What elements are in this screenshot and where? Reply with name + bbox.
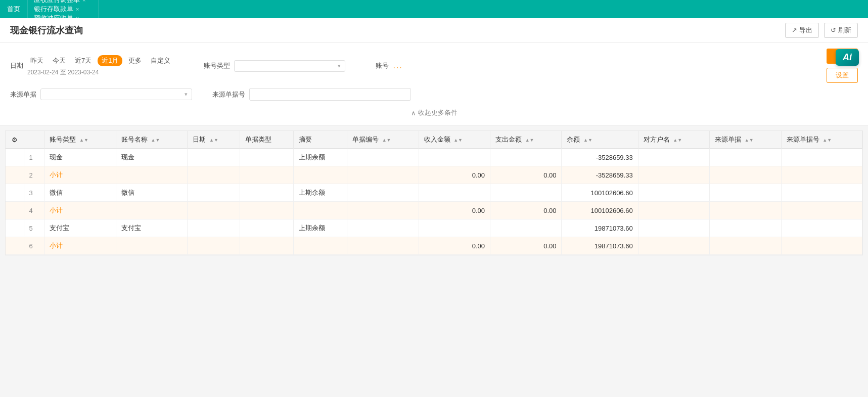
cell-expenseAmount: 0.00 xyxy=(490,202,562,219)
refresh-icon: ↺ xyxy=(831,26,836,34)
date-shortcuts: 昨天今天近7天近1月更多自定义 2023-02-24 至 2023-03-24 xyxy=(27,55,173,77)
cell-expenseAmount xyxy=(490,149,562,166)
col-source-doc[interactable]: 来源单据 ▲▼ xyxy=(710,131,781,149)
source-doc-num-label: 来源单据号 xyxy=(212,90,245,99)
date-shortcut-近7天[interactable]: 近7天 xyxy=(72,55,95,66)
cell-docNo xyxy=(347,219,419,237)
export-icon: ↗ xyxy=(792,26,797,34)
col-expense-amount[interactable]: 支出金额 ▲▼ xyxy=(490,131,562,149)
col-doc-no[interactable]: 单据编号 ▲▼ xyxy=(347,131,419,149)
source-doc-chevron-icon: ▾ xyxy=(185,91,188,98)
cell-accountType: 小计 xyxy=(44,202,116,219)
refresh-button[interactable]: ↺ 刷新 xyxy=(824,23,858,38)
date-range: 2023-02-24 至 2023-03-24 xyxy=(27,68,173,77)
cell-docNo xyxy=(347,202,419,219)
cell-incomeAmount: 0.00 xyxy=(419,237,490,255)
date-shortcut-近1月[interactable]: 近1月 xyxy=(98,55,122,66)
table-row: 4小计0.000.00100102606.60 xyxy=(6,202,862,219)
table-header-row: ⚙ 账号类型 ▲▼ 账号名称 ▲▼ 日期 ▲▼ 单据类型 摘要 单据编号 ▲▼ … xyxy=(6,131,862,149)
nav-tabs: 收款单×付款单×其他收入单×应收应付调整单×银行存取款单×预收冲应收单×收款核销… xyxy=(28,0,99,18)
source-doc-num-filter-group: 来源单据号 xyxy=(212,88,411,101)
chevron-up-icon: ∧ xyxy=(411,109,416,117)
cell-docType xyxy=(240,219,294,237)
table-row: 3微信微信上期余额100102606.60 xyxy=(6,184,862,202)
cell-date xyxy=(188,166,240,184)
cell-sourceDocNo xyxy=(781,219,862,237)
col-income-amount[interactable]: 收入金额 ▲▼ xyxy=(419,131,490,149)
col-account-name[interactable]: 账号名称 ▲▼ xyxy=(116,131,187,149)
refresh-label: 刷新 xyxy=(838,26,851,35)
ai-badge[interactable]: Ai xyxy=(836,49,859,66)
table-row: 5支付宝支付宝上期余额19871073.60 xyxy=(6,219,862,237)
tab-close-icon[interactable]: × xyxy=(82,0,85,3)
col-counterparty[interactable]: 对方户名 ▲▼ xyxy=(638,131,709,149)
cell-seq: 3 xyxy=(24,184,44,202)
cell-expenseAmount: 0.00 xyxy=(490,237,562,255)
filter-row-1: 日期 昨天今天近7天近1月更多自定义 2023-02-24 至 2023-03-… xyxy=(10,49,858,83)
nav-tab-预收冲应收单[interactable]: 预收冲应收单× xyxy=(28,14,99,18)
cell-accountType: 现金 xyxy=(44,149,116,166)
account-type-filter-group: 账号类型 ▾ xyxy=(204,60,345,72)
cell-date xyxy=(188,237,240,255)
cell-gear xyxy=(6,149,24,166)
cell-sourceDoc xyxy=(710,237,781,255)
source-doc-label: 来源单据 xyxy=(10,90,36,99)
account-label: 账号 xyxy=(376,61,389,70)
source-doc-num-input[interactable] xyxy=(249,88,411,101)
page-header: 现金银行流水查询 ↗ 导出 ↺ 刷新 xyxy=(0,18,868,42)
cell-gear xyxy=(6,166,24,184)
cell-accountType: 小计 xyxy=(44,237,116,255)
col-account-type[interactable]: 账号类型 ▲▼ xyxy=(44,131,116,149)
col-gear[interactable]: ⚙ xyxy=(6,131,24,149)
cell-accountName: 现金 xyxy=(116,149,187,166)
cell-incomeAmount: 0.00 xyxy=(419,166,490,184)
account-type-select[interactable]: ▾ xyxy=(234,60,345,72)
cell-seq: 1 xyxy=(24,149,44,166)
date-shortcut-更多[interactable]: 更多 xyxy=(125,55,145,66)
nav-tab-银行存取款单[interactable]: 银行存取款单× xyxy=(28,5,99,14)
nav-tab-应收应付调整单[interactable]: 应收应付调整单× xyxy=(28,0,99,5)
date-shortcut-今天[interactable]: 今天 xyxy=(50,55,69,66)
cell-gear xyxy=(6,184,24,202)
cell-sourceDocNo xyxy=(781,166,862,184)
source-doc-select[interactable]: ▾ xyxy=(40,89,192,100)
cell-sourceDocNo xyxy=(781,149,862,166)
cell-sourceDoc xyxy=(710,219,781,237)
cell-seq: 4 xyxy=(24,202,44,219)
setting-button[interactable]: 设置 xyxy=(827,68,858,83)
cell-gear xyxy=(6,219,24,237)
chevron-down-icon: ▾ xyxy=(338,63,341,69)
cell-expenseAmount xyxy=(490,184,562,202)
cell-incomeAmount xyxy=(419,219,490,237)
tab-close-icon[interactable]: × xyxy=(76,15,79,18)
cell-accountName: 微信 xyxy=(116,184,187,202)
cell-sourceDocNo xyxy=(781,184,862,202)
cell-seq: 6 xyxy=(24,237,44,255)
cell-accountName xyxy=(116,237,187,255)
col-seq xyxy=(24,131,44,149)
export-button[interactable]: ↗ 导出 xyxy=(785,23,819,38)
cell-expenseAmount: 0.00 xyxy=(490,166,562,184)
nav-home[interactable]: 首页 xyxy=(0,0,28,18)
date-shortcut-自定义[interactable]: 自定义 xyxy=(148,55,173,66)
page-title: 现金银行流水查询 xyxy=(10,24,83,36)
collapse-bar[interactable]: ∧ 收起更多条件 xyxy=(10,106,858,120)
col-balance[interactable]: 余额 ▲▼ xyxy=(562,131,638,149)
date-shortcut-昨天[interactable]: 昨天 xyxy=(27,55,47,66)
account-dots-button[interactable]: ... xyxy=(393,61,402,70)
col-source-doc-no[interactable]: 来源单据号 ▲▼ xyxy=(781,131,862,149)
cell-sourceDocNo xyxy=(781,202,862,219)
cell-sourceDocNo xyxy=(781,237,862,255)
cell-accountName xyxy=(116,166,187,184)
cell-incomeAmount: 0.00 xyxy=(419,202,490,219)
cell-sourceDoc xyxy=(710,166,781,184)
tab-close-icon[interactable]: × xyxy=(76,6,79,12)
filter-row-2: 来源单据 ▾ 来源单据号 xyxy=(10,88,858,101)
cell-balance: 19871073.60 xyxy=(562,237,638,255)
source-doc-filter-group: 来源单据 ▾ xyxy=(10,89,192,100)
col-date[interactable]: 日期 ▲▼ xyxy=(188,131,240,149)
cell-balance: 19871073.60 xyxy=(562,219,638,237)
cell-seq: 5 xyxy=(24,219,44,237)
cell-accountName: 支付宝 xyxy=(116,219,187,237)
col-doc-type: 单据类型 xyxy=(240,131,294,149)
